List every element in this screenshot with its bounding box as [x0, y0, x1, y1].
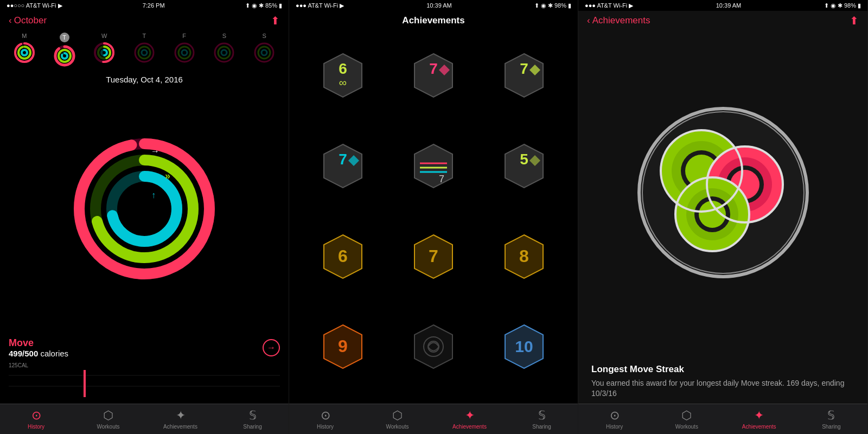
- svg-text:7: 7: [429, 246, 438, 266]
- chart-svg: [9, 365, 280, 397]
- sharing-label-p3: Sharing: [822, 424, 840, 430]
- week-strip: M T: [0, 30, 289, 72]
- svg-text:7: 7: [439, 174, 444, 184]
- day-label-t: T: [60, 33, 69, 42]
- day-ring-m: [13, 41, 36, 64]
- big-achievement-badge: [631, 100, 815, 285]
- nav-bar-activity: ‹ October ⬆: [0, 11, 289, 30]
- big-badge-container: [578, 30, 867, 355]
- achievements-icon-p3: ✦: [754, 409, 764, 423]
- tab-history-p3[interactable]: ⊙ History: [578, 409, 650, 430]
- svg-text:5: 5: [520, 151, 528, 168]
- time-p1: 7:26 PM: [143, 2, 165, 9]
- right-icons-p3: ⬆ ◉ ✱ 98% ▮: [824, 2, 861, 9]
- day-ring-t: [53, 44, 76, 67]
- carrier-p1: ●●○○○ AT&T Wi-Fi ▶: [7, 2, 62, 9]
- badge-8[interactable]: 7: [393, 215, 475, 297]
- badge-14[interactable]: [393, 397, 475, 404]
- workouts-icon-p1: ⬡: [103, 409, 113, 423]
- day-wednesday[interactable]: W: [93, 33, 116, 67]
- history-label-p2: History: [317, 424, 334, 430]
- tab-workouts-p2[interactable]: ⬡ Workouts: [361, 409, 433, 430]
- panel-achievements: ●●● AT&T Wi-Fi ▶ 10:39 AM ⬆ ◉ ✱ 98% ▮ Ac…: [289, 0, 578, 434]
- badge-11[interactable]: [393, 306, 475, 388]
- badge-3[interactable]: 7: [483, 35, 565, 117]
- nav-bar-achievements: Achievements: [289, 11, 578, 30]
- workouts-label-p3: Workouts: [675, 424, 698, 430]
- time-p3: 10:39 AM: [716, 2, 741, 9]
- badge-10[interactable]: 9: [302, 306, 384, 388]
- workouts-icon-p3: ⬡: [681, 409, 692, 423]
- svg-point-11: [62, 53, 67, 59]
- tab-sharing-p1[interactable]: 𝕊 Sharing: [216, 409, 289, 430]
- badge-1[interactable]: 6 ∞: [302, 35, 384, 117]
- move-row: Move 499/500 calories →: [9, 337, 280, 358]
- tab-history-p1[interactable]: ⊙ History: [0, 409, 72, 430]
- day-friday[interactable]: F: [173, 33, 196, 67]
- activity-ring-big: → » ↑: [0, 84, 289, 333]
- day-ring-f: [173, 41, 196, 64]
- tab-history-p2[interactable]: ⊙ History: [289, 409, 361, 430]
- back-label-achievements: Achievements: [592, 15, 650, 26]
- history-icon-p3: ⊙: [610, 409, 620, 423]
- history-label-p3: History: [606, 424, 623, 430]
- move-label: Move: [9, 337, 68, 349]
- move-info: Move 499/500 calories: [9, 337, 68, 358]
- badge-6[interactable]: 5: [483, 125, 565, 207]
- badge-9[interactable]: 8: [483, 215, 565, 297]
- badge-4[interactable]: 7: [302, 125, 384, 207]
- day-sunday[interactable]: S: [253, 33, 276, 67]
- activity-chart: 125CAL: [0, 360, 289, 404]
- badge-2[interactable]: 7: [393, 35, 475, 117]
- achievements-title: Achievements: [402, 15, 464, 26]
- badge-7[interactable]: 6: [302, 215, 384, 297]
- tab-bar-p1: ⊙ History ⬡ Workouts ✦ Achievements 𝕊 Sh…: [0, 404, 289, 434]
- svg-text:6: 6: [339, 60, 348, 77]
- badge-13[interactable]: [302, 397, 384, 404]
- achievements-content: Achievements 6 ∞ 7: [289, 11, 578, 404]
- achievements-icon-p2: ✦: [465, 409, 475, 423]
- achievement-detail-content: ‹ Achievements ⬆: [578, 11, 867, 404]
- tab-sharing-p2[interactable]: 𝕊 Sharing: [506, 409, 578, 430]
- time-p2: 10:39 AM: [426, 2, 451, 9]
- tab-sharing-p3[interactable]: 𝕊 Sharing: [795, 409, 867, 430]
- tab-achievements-p3[interactable]: ✦ Achievements: [723, 409, 795, 430]
- tab-workouts-p3[interactable]: ⬡ Workouts: [650, 409, 723, 430]
- carrier-p2: ●●● AT&T Wi-Fi ▶: [296, 2, 344, 9]
- status-bar-p3: ●●● AT&T Wi-Fi ▶ 10:39 AM ⬆ ◉ ✱ 98% ▮: [578, 0, 867, 11]
- history-icon-p1: ⊙: [31, 409, 41, 423]
- tab-achievements-p1[interactable]: ✦ Achievements: [144, 409, 216, 430]
- back-button-october[interactable]: ‹ October: [9, 15, 47, 26]
- svg-text:∞: ∞: [339, 76, 347, 88]
- badge-15[interactable]: [483, 397, 565, 404]
- right-icons-p2: ⬆ ◉ ✱ 98% ▮: [534, 2, 571, 9]
- move-detail-button[interactable]: →: [263, 339, 280, 356]
- badge-5[interactable]: 7: [393, 125, 475, 207]
- day-ring-w: [93, 41, 116, 64]
- achievements-label-p2: Achievements: [452, 424, 487, 430]
- badge-12[interactable]: 10: [483, 306, 565, 388]
- day-ring-s2: [253, 41, 276, 64]
- date-heading: Tuesday, Oct 4, 2016: [0, 72, 289, 84]
- day-tuesday[interactable]: T: [53, 33, 76, 67]
- achievements-grid: 6 ∞ 7 7: [289, 30, 578, 404]
- svg-marker-69: [414, 325, 452, 368]
- svg-text:7: 7: [520, 60, 528, 77]
- day-label-w: W: [101, 33, 107, 39]
- back-button-achievements[interactable]: ‹ Achievements: [587, 15, 650, 26]
- panel-achievement-detail: ●●● AT&T Wi-Fi ▶ 10:39 AM ⬆ ◉ ✱ 98% ▮ ‹ …: [578, 0, 868, 434]
- share-button-p1[interactable]: ⬆: [271, 14, 280, 27]
- sharing-icon-p1: 𝕊: [249, 409, 257, 423]
- carrier-p3: ●●● AT&T Wi-Fi ▶: [585, 2, 633, 9]
- day-monday[interactable]: M: [13, 33, 36, 67]
- day-saturday[interactable]: S: [213, 33, 235, 67]
- panel-activity: ●●○○○ AT&T Wi-Fi ▶ 7:26 PM ⬆ ◉ ✱ 85% ▮ ‹…: [0, 0, 289, 434]
- day-thursday[interactable]: T: [133, 33, 156, 67]
- svg-text:10: 10: [515, 337, 533, 355]
- tab-achievements-p2[interactable]: ✦ Achievements: [433, 409, 506, 430]
- back-label-october: October: [14, 15, 47, 26]
- tab-workouts-p1[interactable]: ⬡ Workouts: [72, 409, 144, 430]
- chart-bar: [84, 370, 86, 397]
- activity-content: ‹ October ⬆ M: [0, 11, 289, 404]
- share-button-p3[interactable]: ⬆: [850, 14, 859, 27]
